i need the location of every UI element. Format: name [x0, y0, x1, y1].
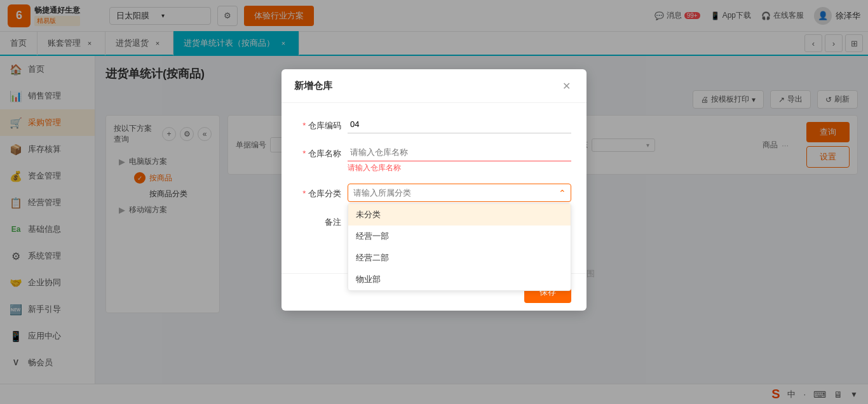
dropdown-item-uncategorized[interactable]: 未分类 [348, 204, 571, 226]
code-label: 仓库编码 [297, 116, 348, 131]
category-dropdown-list: 未分类 经营一部 经营二部 物业部 [348, 203, 571, 291]
name-error: 请输入仓库名称 [348, 163, 571, 173]
modal-body: 仓库编码 仓库名称 请输入仓库名称 仓库分类 ⌃ 未分类 经营一部 经营二部 [281, 103, 587, 273]
modal-header: 新增仓库 ✕ [281, 69, 587, 103]
code-row: 仓库编码 [297, 116, 571, 133]
code-input[interactable] [348, 116, 571, 133]
code-input-wrap [348, 116, 571, 133]
dropdown-item-dept3[interactable]: 物业部 [348, 269, 571, 290]
category-input[interactable] [348, 184, 571, 202]
category-label: 仓库分类 [297, 184, 348, 199]
name-row: 仓库名称 请输入仓库名称 [297, 144, 571, 173]
note-label: 备注 [297, 212, 348, 228]
name-label: 仓库名称 [297, 144, 348, 159]
category-dropdown-wrap: ⌃ 未分类 经营一部 经营二部 物业部 [348, 184, 571, 202]
modal-title: 新增仓库 [294, 80, 332, 92]
new-warehouse-modal: 新增仓库 ✕ 仓库编码 仓库名称 请输入仓库名称 仓库分类 ⌃ 未分类 [281, 69, 587, 311]
modal-close-button[interactable]: ✕ [559, 78, 574, 93]
name-input-wrap: 请输入仓库名称 [348, 144, 571, 173]
name-input[interactable] [348, 144, 571, 161]
dropdown-item-dept2[interactable]: 经营二部 [348, 247, 571, 269]
category-row: 仓库分类 ⌃ 未分类 经营一部 经营二部 物业部 [297, 184, 571, 202]
dropdown-item-dept1[interactable]: 经营一部 [348, 226, 571, 247]
